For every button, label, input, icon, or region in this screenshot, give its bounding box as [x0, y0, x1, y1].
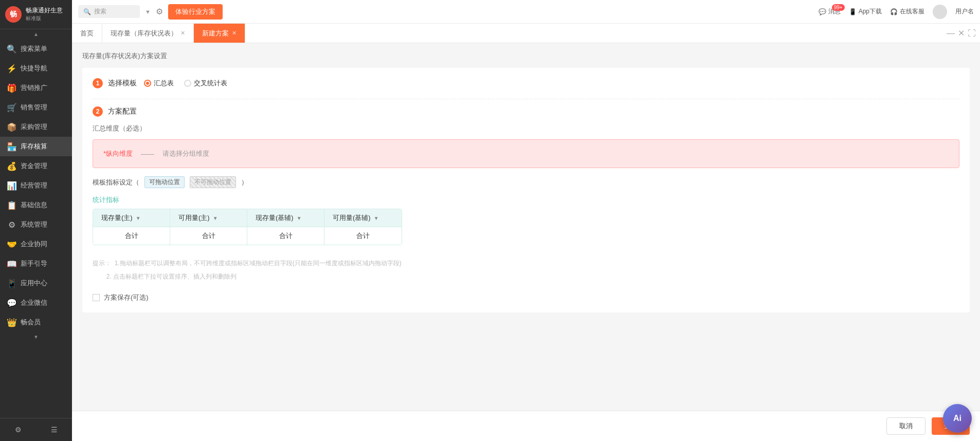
section-plan-config: 2 方案配置 汇总维度（必选） *纵向维度 —— 请选择分组维度 模板指标设定（…: [93, 106, 959, 283]
sidebar-item-new-guide[interactable]: 📖 新手引导: [0, 254, 72, 273]
sidebar-bottom: ⚙ ☰: [0, 418, 72, 441]
sidebar-item-label: 库存核算: [21, 142, 47, 151]
sidebar-item-operations[interactable]: 📊 经营管理: [0, 176, 72, 195]
online-service-btn[interactable]: 🎧 在线客服: [890, 7, 924, 16]
dimension-placeholder: 请选择分组维度: [162, 149, 209, 158]
sidebar-item-basic-info[interactable]: 📋 基础信息: [0, 195, 72, 215]
quick-nav-icon: ⚡: [7, 64, 16, 73]
col-header-0[interactable]: 现存量(主) ▼: [93, 209, 170, 227]
tab-new-plan-label: 新建方案: [202, 29, 229, 38]
sidebar-scroll-up[interactable]: ▲: [0, 29, 72, 39]
indicator-settings-suffix: ）: [241, 178, 248, 187]
tab-close-all-icon[interactable]: ✕: [958, 28, 965, 38]
tab-expand-icon[interactable]: ⛶: [968, 29, 976, 38]
inventory-check-icon: 🏪: [7, 142, 16, 151]
hints-section: 提示： 1.拖动标题栏可以调整布局，不可跨维度或指标区域拖动栏目字段(只能在同一…: [93, 257, 959, 283]
col-cell-3: 合计: [324, 227, 402, 245]
col-header-1-chevron: ▼: [213, 215, 218, 221]
trial-btn[interactable]: 体验行业方案: [168, 4, 223, 20]
topbar-dropdown-icon[interactable]: ▼: [145, 9, 151, 15]
col-header-2-chevron: ▼: [297, 215, 302, 221]
sidebar-item-cooperation[interactable]: 🤝 企业协同: [0, 234, 72, 254]
operations-icon: 📊: [7, 181, 16, 190]
sidebar-item-member[interactable]: 👑 畅会员: [0, 313, 72, 332]
col-header-2[interactable]: 现存量(基辅) ▼: [247, 209, 324, 227]
sidebar-item-label: 新手引导: [21, 259, 47, 268]
stats-table: 现存量(主) ▼ 可用量(主) ▼ 现存量(基辅) ▼ 可用量(基辅): [93, 209, 402, 245]
sidebar-item-label: 快捷导航: [21, 64, 47, 73]
col-header-2-label: 现存量(基辅): [256, 213, 294, 223]
save-checkbox[interactable]: [93, 294, 100, 301]
sidebar-item-label: 搜索菜单: [21, 44, 47, 53]
col-header-3-label: 可用量(基辅): [333, 213, 371, 223]
user-avatar[interactable]: [933, 5, 947, 19]
app-download-btn[interactable]: 📱 App下载: [849, 7, 882, 16]
sidebar-settings-btn[interactable]: ⚙: [0, 422, 36, 437]
tab-home[interactable]: 首页: [72, 24, 102, 43]
sidebar-item-label: 采购管理: [21, 122, 47, 132]
sidebar-item-label: 系统管理: [21, 220, 47, 229]
sidebar-item-label: 销售管理: [21, 103, 47, 112]
col-header-1-label: 可用量(主): [178, 213, 210, 223]
col-cell-2: 合计: [247, 227, 324, 245]
basic-info-icon: 📋: [7, 200, 16, 210]
tab-inventory-close[interactable]: ✕: [180, 30, 185, 36]
hint-1: 提示： 1.拖动标题栏可以调整布局，不可跨维度或指标区域拖动栏目字段(只能在同一…: [93, 257, 959, 269]
sidebar-item-finance[interactable]: 💰 资金管理: [0, 156, 72, 176]
radio-cross-circle: [184, 80, 191, 87]
dimension-row[interactable]: *纵向维度 —— 请选择分组维度: [93, 139, 959, 168]
message-btn[interactable]: 💬 消息 99+: [819, 7, 841, 16]
sidebar-item-inventory-check[interactable]: 🏪 库存核算: [0, 137, 72, 156]
ai-button[interactable]: Ai: [943, 404, 972, 433]
sidebar-item-app-center[interactable]: 📱 应用中心: [0, 273, 72, 293]
sidebar-menu-btn[interactable]: ☰: [36, 422, 72, 437]
tab-minimize-icon[interactable]: —: [947, 29, 955, 38]
subsection-dimension-title: 汇总维度（必选）: [93, 124, 959, 133]
cancel-button[interactable]: 取消: [886, 417, 925, 435]
template-radio-group: 汇总表 交叉统计表: [144, 79, 227, 88]
tab-new-plan-close[interactable]: ✕: [232, 30, 237, 36]
hint-2: 2. 点击标题栏下拉可设置排序、插入列和删除列: [93, 270, 959, 283]
section-divider-1: [93, 99, 959, 99]
section2-title: 方案配置: [108, 107, 137, 116]
sidebar-item-purchase[interactable]: 📦 采购管理: [0, 117, 72, 137]
finance-icon: 💰: [7, 161, 16, 171]
sidebar-item-search[interactable]: 🔍 搜索菜单: [0, 39, 72, 59]
radio-summary-circle: [144, 80, 151, 87]
tab-inventory-label: 现存量（库存状况表）: [111, 29, 177, 38]
sidebar-item-label: 企业协同: [21, 240, 47, 249]
tab-bar: 首页 现存量（库存状况表） ✕ 新建方案 ✕ — ✕ ⛶: [72, 24, 980, 43]
save-option: 方案保存(可选): [93, 293, 959, 302]
col-header-1[interactable]: 可用量(主) ▼: [170, 209, 247, 227]
tab-inventory[interactable]: 现存量（库存状况表） ✕: [102, 24, 194, 43]
radio-summary-label: 汇总表: [154, 79, 174, 88]
sidebar-item-enterprise-wx[interactable]: 💬 企业微信: [0, 293, 72, 313]
col-cell-0: 合计: [93, 227, 170, 245]
marketing-icon: 🎁: [7, 83, 16, 93]
save-option-label: 方案保存(可选): [104, 293, 149, 302]
sidebar-item-label: 资金管理: [21, 161, 47, 171]
service-label: 在线客服: [900, 7, 924, 16]
radio-summary[interactable]: 汇总表: [144, 79, 174, 88]
sidebar-item-sales[interactable]: 🛒 销售管理: [0, 98, 72, 117]
topbar-search-icon: 🔍: [83, 8, 91, 15]
sidebar-item-system[interactable]: ⚙ 系统管理: [0, 215, 72, 234]
radio-cross[interactable]: 交叉统计表: [184, 79, 227, 88]
sidebar-item-label: 经营管理: [21, 181, 47, 190]
sidebar-scroll-down[interactable]: ▼: [0, 332, 72, 342]
topbar-right: 💬 消息 99+ 📱 App下载 🎧 在线客服 用户名: [819, 5, 974, 19]
message-badge: 99+: [832, 4, 845, 11]
headset-icon: 🎧: [890, 8, 898, 15]
topbar-search[interactable]: 🔍 搜索: [78, 5, 140, 18]
sidebar-item-quick-nav[interactable]: ⚡ 快捷导航: [0, 59, 72, 78]
app-edition: 标准版: [26, 15, 63, 22]
col-header-3[interactable]: 可用量(基辅) ▼: [324, 209, 402, 227]
search-icon: 🔍: [7, 44, 16, 53]
sidebar-item-marketing[interactable]: 🎁 营销推广: [0, 78, 72, 98]
topbar-gear-icon[interactable]: ⚙: [156, 7, 163, 16]
section1-header: 1 选择模板 汇总表 交叉统计表: [93, 78, 959, 88]
tab-new-plan[interactable]: 新建方案 ✕: [194, 24, 245, 43]
section-choose-template: 1 选择模板 汇总表 交叉统计表: [93, 78, 959, 88]
radio-cross-label: 交叉统计表: [194, 79, 227, 88]
app-download-label: App下载: [859, 7, 882, 16]
